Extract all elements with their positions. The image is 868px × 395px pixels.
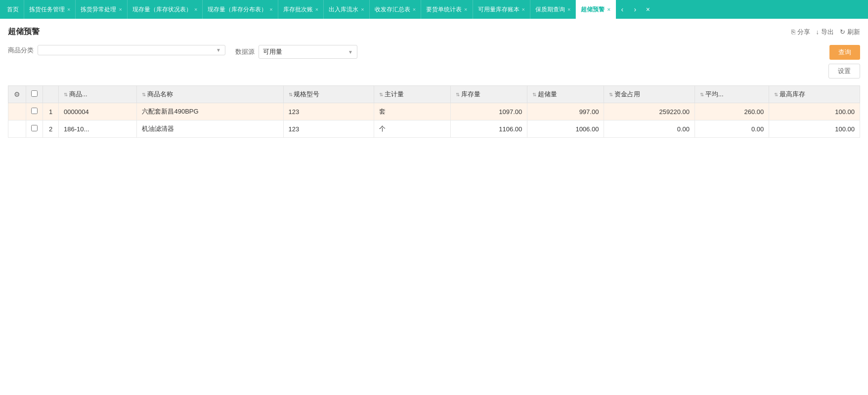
close-icon[interactable]: ×	[361, 6, 364, 12]
datasource-label: 数据源	[235, 47, 255, 56]
nav-item-available[interactable]: 可用量库存账本 ×	[473, 0, 530, 19]
avg-col-header[interactable]: 平均...	[694, 86, 769, 103]
page-container: 超储预警 ⎘ 分享 ↓ 导出 ↻ 刷新 商品分类 ▼ 数据源	[0, 19, 868, 395]
datasource-select[interactable]: 可用量 ▼	[259, 45, 357, 59]
row-stock-cell: 1097.00	[451, 103, 527, 120]
unit-col-header[interactable]: 主计量	[374, 86, 451, 103]
nav-item-stock-dist[interactable]: 现存量（库存分布表） ×	[203, 0, 278, 19]
row-settings-cell	[8, 120, 26, 138]
row-stock-cell: 1106.00	[451, 120, 527, 138]
row-max-stock-cell: 100.00	[769, 103, 860, 120]
query-button[interactable]: 查询	[829, 45, 860, 60]
nav-item-overstock[interactable]: 超储预警 ×	[576, 0, 615, 19]
overstock-col-header[interactable]: 超储量	[527, 86, 604, 103]
row-product-name-cell: 六配套新昌490BPG	[137, 103, 283, 120]
nav-item-stock-status[interactable]: 现存量（库存状况表） ×	[128, 0, 203, 19]
row-max-stock-cell: 100.00	[769, 120, 860, 138]
category-label: 商品分类	[8, 46, 34, 55]
nav-prev-button[interactable]: ‹	[616, 0, 629, 19]
row-unit-cell: 个	[374, 120, 451, 138]
gear-icon[interactable]: ⚙	[14, 90, 20, 98]
stock-col-header[interactable]: 库存量	[451, 86, 527, 103]
close-icon[interactable]: ×	[269, 6, 272, 12]
settings-button[interactable]: 设置	[828, 64, 860, 79]
product-name-col-header[interactable]: 商品名称	[137, 86, 283, 103]
table-row: 1 0000004 六配套新昌490BPG 123 套 1097.00	[8, 103, 860, 120]
settings-col-header: ⚙	[8, 86, 26, 103]
table-row: 2 186-10... 机油滤清器 123 个 1106.00	[8, 120, 860, 138]
close-icon[interactable]: ×	[119, 6, 122, 12]
close-icon[interactable]: ×	[315, 6, 318, 12]
share-button[interactable]: ⎘ 分享	[791, 28, 810, 37]
share-icon: ⎘	[791, 28, 795, 36]
nav-bar: 首页 拣货任务管理 × 拣货异常处理 × 现存量（库存状况表） × 现存量（库存…	[0, 0, 868, 19]
row-overstock-cell: 1006.00	[527, 120, 604, 138]
row-avg-cell: 0.00	[694, 120, 769, 138]
row-checkbox-cell	[26, 120, 43, 138]
category-filter: 商品分类 ▼	[8, 45, 225, 55]
row-capital-cell: 259220.00	[604, 103, 695, 120]
row-capital-cell: 0.00	[604, 120, 695, 138]
datasource-filter: 数据源 可用量 ▼	[235, 45, 357, 59]
nav-next-button[interactable]: ›	[629, 0, 642, 19]
spec-col-header[interactable]: 规格型号	[283, 86, 374, 103]
table-header-row: ⚙ 商品... 商品名称 规格型号 主计量	[8, 86, 860, 103]
nav-item-summary[interactable]: 收发存汇总表 ×	[370, 0, 421, 19]
nav-item-exception[interactable]: 拣货异常处理 ×	[76, 0, 127, 19]
close-icon[interactable]: ×	[607, 6, 610, 12]
row-unit-cell: 套	[374, 103, 451, 120]
page-title-bar: 超储预警 ⎘ 分享 ↓ 导出 ↻ 刷新	[8, 27, 860, 37]
close-icon[interactable]: ×	[194, 6, 197, 12]
row-product-code-cell: 186-10...	[59, 120, 137, 138]
close-icon[interactable]: ×	[522, 6, 525, 12]
row-number-cell: 1	[43, 103, 59, 120]
export-button[interactable]: ↓ 导出	[816, 28, 834, 37]
category-select[interactable]: ▼	[38, 45, 225, 55]
nav-expand-button[interactable]: ×	[642, 0, 654, 19]
nav-item-flow[interactable]: 出入库流水 ×	[324, 0, 369, 19]
max-stock-col-header[interactable]: 最高库存	[769, 86, 860, 103]
row-avg-cell: 260.00	[694, 103, 769, 120]
row-number-cell: 2	[43, 120, 59, 138]
row-spec-cell: 123	[283, 120, 374, 138]
row-checkbox[interactable]	[31, 108, 38, 114]
nav-item-task[interactable]: 拣货任务管理 ×	[24, 0, 76, 19]
nav-item-home[interactable]: 首页	[2, 0, 24, 19]
datasource-select-value: 可用量	[263, 47, 282, 56]
row-overstock-cell: 997.00	[527, 103, 604, 120]
nav-item-order-stats[interactable]: 要货单统计表 ×	[421, 0, 473, 19]
row-product-name-cell: 机油滤清器	[137, 120, 283, 138]
row-product-code-cell: 0000004	[59, 103, 137, 120]
capital-col-header[interactable]: 资金占用	[604, 86, 695, 103]
data-table: ⚙ 商品... 商品名称 规格型号 主计量	[8, 85, 860, 138]
refresh-button[interactable]: ↻ 刷新	[840, 28, 860, 37]
row-checkbox-cell	[26, 103, 43, 120]
close-icon[interactable]: ×	[567, 6, 570, 12]
page-title: 超储预警	[8, 27, 40, 37]
nav-item-batch[interactable]: 库存批次账 ×	[278, 0, 324, 19]
refresh-icon: ↻	[840, 28, 845, 36]
row-spec-cell: 123	[283, 103, 374, 120]
no-col-header	[43, 86, 59, 103]
row-settings-cell	[8, 103, 26, 120]
close-icon[interactable]: ×	[413, 6, 416, 12]
close-icon[interactable]: ×	[67, 6, 70, 12]
nav-item-expiry[interactable]: 保质期查询 ×	[530, 0, 576, 19]
product-code-col-header[interactable]: 商品...	[59, 86, 137, 103]
chevron-down-icon: ▼	[348, 49, 353, 55]
chevron-down-icon: ▼	[216, 47, 221, 53]
close-icon[interactable]: ×	[464, 6, 467, 12]
checkbox-col-header	[26, 86, 43, 103]
title-actions: ⎘ 分享 ↓ 导出 ↻ 刷新	[791, 28, 861, 37]
filter-right-buttons: 查询 设置	[828, 45, 860, 79]
export-icon: ↓	[816, 28, 820, 36]
select-all-checkbox[interactable]	[31, 90, 38, 97]
row-checkbox[interactable]	[31, 125, 38, 131]
